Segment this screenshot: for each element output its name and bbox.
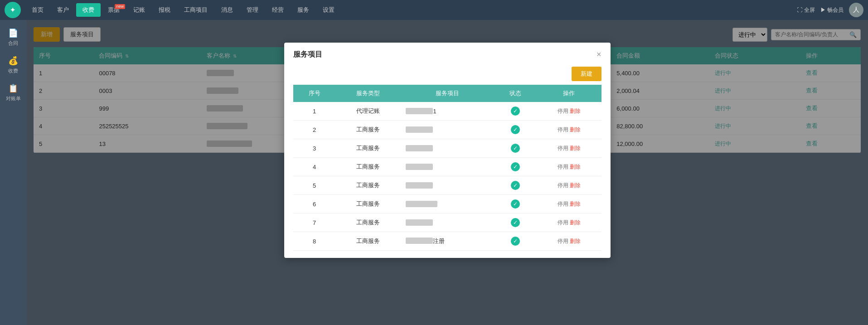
modal-table-row: 5 工商服务 ✓ 停用 删除	[293, 176, 601, 195]
modal-cell-seq: 4	[293, 158, 336, 176]
modal-col-status: 状态	[494, 85, 537, 102]
nav-business[interactable]: 工商项目	[178, 3, 214, 17]
status-check-icon: ✓	[511, 144, 520, 153]
status-check-icon: ✓	[511, 107, 520, 116]
modal-cell-type: 工商服务	[336, 195, 401, 213]
sidebar-item-billing[interactable]: 💰 收费	[2, 52, 24, 78]
modal-col-seq: 序号	[293, 85, 336, 102]
modal-col-action: 操作	[537, 85, 601, 102]
modal-cell-item: 注册	[400, 232, 494, 251]
modal-cell-type: 代理记账	[336, 102, 401, 121]
status-check-icon: ✓	[511, 181, 520, 190]
nav-tax[interactable]: 报税	[152, 3, 177, 17]
modal-header: 服务项目 ×	[284, 43, 611, 63]
nav-billing[interactable]: 收费	[76, 3, 101, 17]
modal-cell-actions: 停用 删除	[537, 158, 601, 176]
modal-cell-status: ✓	[494, 213, 537, 232]
delete-button[interactable]: 删除	[570, 163, 581, 171]
modal-table-row: 3 工商服务 ✓ 停用 删除	[293, 139, 601, 158]
nav-home[interactable]: 首页	[25, 3, 50, 17]
modal-cell-actions: 停用 删除	[537, 232, 601, 251]
nav-customer[interactable]: 客户	[51, 3, 75, 17]
stop-button[interactable]: 停用	[558, 107, 568, 115]
modal-cell-actions: 停用 删除	[537, 139, 601, 158]
nav-service[interactable]: 服务	[291, 3, 315, 17]
fullscreen-btn[interactable]: ⛶ 全屏	[797, 6, 815, 14]
modal-cell-seq: 5	[293, 176, 336, 195]
modal-cell-seq: 7	[293, 213, 336, 232]
delete-button[interactable]: 删除	[570, 145, 581, 152]
modal-table-header: 序号 服务类型 服务项目 状态 操作	[293, 85, 601, 102]
delete-button[interactable]: 删除	[570, 126, 581, 134]
nav-operation[interactable]: 经营	[266, 3, 290, 17]
sidebar-item-contract[interactable]: 📄 合同	[2, 24, 24, 50]
stop-button[interactable]: 停用	[558, 182, 568, 189]
modal-table-row: 2 工商服务 ✓ 停用 删除	[293, 121, 601, 139]
modal-new-button[interactable]: 新建	[572, 67, 601, 81]
delete-button[interactable]: 删除	[570, 107, 581, 115]
modal-cell-type: 工商服务	[336, 139, 401, 158]
modal-cell-status: ✓	[494, 139, 537, 158]
modal-table-row: 1 代理记账 1 ✓ 停用 删除	[293, 102, 601, 121]
modal-cell-seq: 2	[293, 121, 336, 139]
delete-button[interactable]: 删除	[570, 238, 581, 245]
modal-cell-seq: 8	[293, 232, 336, 251]
modal-col-item: 服务项目	[400, 85, 494, 102]
delete-button[interactable]: 删除	[570, 200, 581, 208]
stop-button[interactable]: 停用	[558, 126, 568, 134]
modal-cell-item	[400, 195, 494, 213]
modal-cell-item	[400, 158, 494, 176]
nav-settings[interactable]: 设置	[316, 3, 341, 17]
modal-cell-type: 工商服务	[336, 121, 401, 139]
stop-button[interactable]: 停用	[558, 163, 568, 171]
modal-body: 序号 服务类型 服务项目 状态 操作 1 代理记账 1 ✓ 停用 删除	[284, 85, 611, 258]
modal-cell-actions: 停用 删除	[537, 195, 601, 213]
modal-cell-actions: 停用 删除	[537, 213, 601, 232]
modal-cell-status: ✓	[494, 176, 537, 195]
modal-cell-item	[400, 139, 494, 158]
stop-button[interactable]: 停用	[558, 219, 568, 227]
modal-close-button[interactable]: ×	[596, 50, 601, 59]
top-navigation: ✦ 首页 客户 收费 票据 new 记账 报税 工商项目 消息 管理 经营 服务…	[0, 0, 868, 20]
modal-cell-item	[400, 176, 494, 195]
nav-manage[interactable]: 管理	[240, 3, 265, 17]
modal-cell-actions: 停用 删除	[537, 121, 601, 139]
modal-table-row: 6 工商服务 ✓ 停用 删除	[293, 195, 601, 213]
service-items-modal: 服务项目 × 新建 序号 服务类型 服务项目 状态	[284, 43, 611, 258]
status-check-icon: ✓	[511, 162, 520, 171]
modal-cell-seq: 3	[293, 139, 336, 158]
modal-toolbar: 新建	[284, 63, 611, 85]
app-logo: ✦	[5, 2, 21, 18]
new-badge: new	[115, 4, 125, 9]
modal-cell-type: 工商服务	[336, 232, 401, 251]
modal-cell-seq: 1	[293, 102, 336, 121]
sidebar-item-reconcile[interactable]: 📋 对账单	[2, 80, 24, 106]
modal-cell-item	[400, 213, 494, 232]
stop-button[interactable]: 停用	[558, 238, 568, 245]
modal-cell-seq: 6	[293, 195, 336, 213]
nav-bookkeeping[interactable]: 记账	[127, 3, 151, 17]
delete-button[interactable]: 删除	[570, 182, 581, 189]
modal-overlay: 服务项目 × 新建 序号 服务类型 服务项目 状态	[26, 20, 868, 325]
modal-cell-status: ✓	[494, 232, 537, 251]
sidebar: 📄 合同 💰 收费 📋 对账单	[0, 20, 26, 325]
modal-cell-status: ✓	[494, 102, 537, 121]
nav-message[interactable]: 消息	[215, 3, 239, 17]
modal-cell-item: 1	[400, 102, 494, 121]
contract-icon: 📄	[8, 28, 18, 38]
avatar[interactable]: 人	[849, 3, 863, 17]
modal-cell-type: 工商服务	[336, 213, 401, 232]
stop-button[interactable]: 停用	[558, 200, 568, 208]
modal-title: 服务项目	[293, 50, 322, 59]
modal-cell-type: 工商服务	[336, 176, 401, 195]
modal-table-row: 8 工商服务 注册 ✓ 停用 删除	[293, 232, 601, 251]
main-layout: 📄 合同 💰 收费 📋 对账单 新增 服务项目 进行中 已完成 已取消	[0, 20, 868, 325]
nav-invoice[interactable]: 票据 new	[102, 3, 126, 17]
delete-button[interactable]: 删除	[570, 219, 581, 227]
modal-table-row: 7 工商服务 ✓ 停用 删除	[293, 213, 601, 232]
modal-cell-type: 工商服务	[336, 158, 401, 176]
member-btn[interactable]: ▶ 畅会员	[820, 6, 844, 14]
stop-button[interactable]: 停用	[558, 145, 568, 152]
nav-menu: 首页 客户 收费 票据 new 记账 报税 工商项目 消息 管理 经营 服务 设…	[25, 3, 797, 17]
modal-cell-status: ✓	[494, 158, 537, 176]
